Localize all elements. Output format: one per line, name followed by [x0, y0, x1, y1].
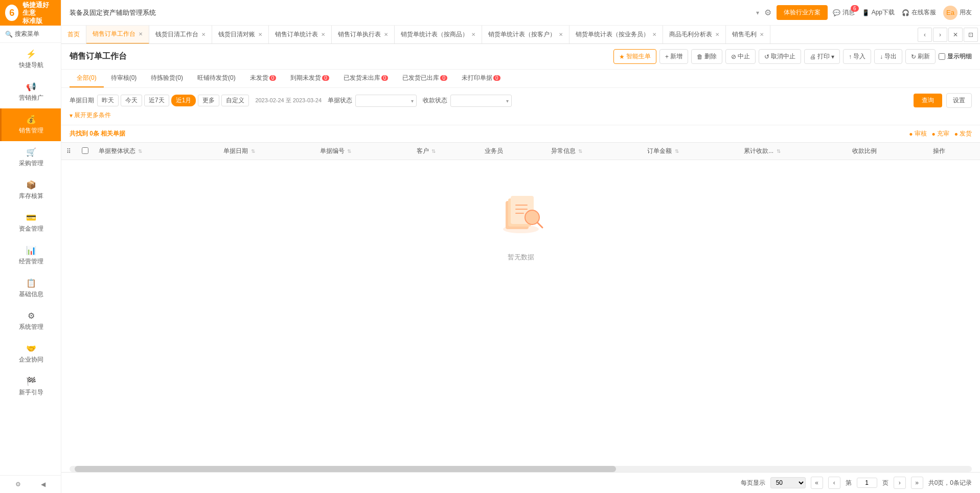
- sidebar-item-marketing[interactable]: 📢 营销推广: [0, 76, 61, 108]
- stop-button[interactable]: ⊘ 中止: [725, 49, 756, 64]
- table-scroll[interactable]: ⠿ 单据整体状态 ⇅ 单据日期 ⇅: [61, 142, 980, 466]
- filter-tab-overdue-not-shipped[interactable]: 到期未发货0: [283, 70, 336, 87]
- tab-sales-profit[interactable]: 销售毛利 ✕: [726, 26, 770, 44]
- chevron-down-icon[interactable]: ▾: [756, 9, 759, 16]
- tab-sales-sum-staff[interactable]: 销货单统计表（按业务员） ✕: [569, 26, 663, 44]
- tab-close-icon[interactable]: ✕: [471, 32, 475, 37]
- th-date[interactable]: 单据日期 ⇅: [218, 143, 315, 160]
- date-btn-today[interactable]: 今天: [121, 95, 142, 106]
- th-check[interactable]: [77, 143, 94, 160]
- tab-cash-reconcile[interactable]: 钱货日清对账 ✕: [212, 26, 269, 44]
- filter-tab-wangpu[interactable]: 旺铺待发货(0): [190, 70, 243, 87]
- sidebar-item-inventory[interactable]: 📦 库存核算: [0, 174, 61, 207]
- last-page-button[interactable]: »: [911, 477, 923, 489]
- message-item[interactable]: 💬 消息 6: [833, 8, 855, 17]
- tab-sales-order[interactable]: 销售订单工作台 ✕: [86, 26, 149, 44]
- expand-filter-button[interactable]: ▾ 展开更多条件: [70, 111, 111, 120]
- filter-tab-not-printed[interactable]: 未打印单据0: [454, 70, 508, 87]
- tab-close-icon[interactable]: ✕: [715, 32, 719, 37]
- sidebar-item-operation[interactable]: 📊 经营管理: [0, 239, 61, 272]
- filter-tab-pending-review[interactable]: 待审核(0): [104, 70, 144, 87]
- tab-expand-button[interactable]: ⊡: [964, 28, 978, 42]
- th-customer[interactable]: 客户 ⇅: [412, 143, 480, 160]
- sidebar-item-quicknav[interactable]: ⚡ 快捷导航: [0, 43, 61, 76]
- tab-margin-analysis[interactable]: 商品毛利分析表 ✕: [663, 26, 726, 44]
- tab-close-icon[interactable]: ✕: [258, 32, 262, 37]
- tab-sales-stat[interactable]: 销售订单统计表 ✕: [269, 26, 332, 44]
- review-action-button[interactable]: ● 审核: [909, 129, 926, 138]
- tab-cash-clear[interactable]: 钱货日清工作台 ✕: [149, 26, 212, 44]
- date-btn-more[interactable]: 更多: [198, 95, 219, 106]
- prev-page-button[interactable]: ‹: [828, 477, 840, 489]
- print-button[interactable]: 🖨 打印 ▾: [804, 49, 840, 64]
- tab-close-icon[interactable]: ✕: [559, 32, 563, 37]
- sidebar-item-system[interactable]: ⚙ 系统管理: [0, 305, 61, 338]
- settings-icon[interactable]: ⚙: [15, 481, 21, 488]
- add-button[interactable]: + 新增: [659, 49, 688, 64]
- show-detail-checkbox-label[interactable]: 显示明细: [939, 52, 972, 61]
- first-page-button[interactable]: «: [811, 477, 823, 489]
- tab-close-all-button[interactable]: ✕: [948, 28, 963, 42]
- tab-close-icon[interactable]: ✕: [384, 32, 388, 37]
- date-btn-yesterday[interactable]: 昨天: [97, 95, 119, 106]
- tab-close-icon[interactable]: ✕: [321, 32, 325, 37]
- settings-gear-icon[interactable]: ⚙: [764, 8, 771, 17]
- sidebar-item-finance[interactable]: 💳 资金管理: [0, 207, 61, 239]
- trial-button[interactable]: 体验行业方案: [777, 5, 828, 20]
- sidebar-item-purchase[interactable]: 🛒 采购管理: [0, 141, 61, 174]
- next-page-button[interactable]: ›: [894, 477, 906, 489]
- ship-action-button[interactable]: ● 发货: [954, 129, 972, 138]
- tab-sales-sum-cust[interactable]: 销货单统计表（按客户） ✕: [482, 26, 569, 44]
- horizontal-scrollbar[interactable]: [70, 466, 972, 472]
- tab-close-icon[interactable]: ✕: [652, 32, 656, 37]
- show-detail-checkbox[interactable]: [939, 53, 945, 60]
- payment-select[interactable]: [450, 95, 512, 107]
- filter-tab-all[interactable]: 全部(0): [70, 70, 104, 87]
- page-size-select[interactable]: 50 10 20 100: [770, 477, 806, 488]
- tab-prev-button[interactable]: ‹: [918, 28, 932, 42]
- tab-sales-sum-prod[interactable]: 销货单统计表（按商品） ✕: [395, 26, 482, 44]
- date-btn-1month[interactable]: 近1月: [171, 95, 196, 106]
- export-button[interactable]: ↓ 导出: [874, 49, 902, 64]
- import-button[interactable]: ↑ 导入: [843, 49, 871, 64]
- delete-button[interactable]: 🗑 删除: [691, 49, 722, 64]
- collapse-icon[interactable]: ◀: [41, 481, 45, 488]
- scroll-thumb[interactable]: [75, 466, 616, 472]
- tab-close-icon[interactable]: ✕: [760, 32, 764, 37]
- th-status[interactable]: 单据整体状态 ⇅: [94, 143, 218, 160]
- th-staff[interactable]: 业务员: [480, 143, 546, 160]
- app-download-item[interactable]: 📱 App下载: [862, 8, 895, 17]
- tab-home[interactable]: 首页: [61, 26, 86, 44]
- tab-close-icon[interactable]: ✕: [201, 32, 206, 37]
- query-button[interactable]: 查询: [914, 94, 942, 107]
- th-amount[interactable]: 订单金额 ⇅: [642, 143, 739, 160]
- filter-tab-shipped-not-out[interactable]: 已发货未出库0: [336, 70, 396, 87]
- filter-tab-not-shipped[interactable]: 未发货0: [243, 70, 284, 87]
- th-abnormal[interactable]: 异常信息 ⇅: [546, 143, 643, 160]
- tab-close-icon[interactable]: ✕: [139, 31, 143, 37]
- circle-icon: ●: [954, 130, 958, 138]
- filter-tab-pending-inspect[interactable]: 待拣验货(0): [144, 70, 190, 87]
- filter-setting-button[interactable]: 设置: [946, 93, 972, 108]
- select-all-checkbox[interactable]: [82, 147, 88, 154]
- tab-sales-exec[interactable]: 销售订单执行表 ✕: [332, 26, 395, 44]
- page-number-input[interactable]: [857, 478, 877, 488]
- sidebar-item-sales[interactable]: 💰 销售管理: [0, 108, 61, 141]
- date-btn-7days[interactable]: 近7天: [144, 95, 169, 106]
- service-item[interactable]: 🎧 在线客服: [902, 8, 936, 17]
- refresh-button[interactable]: ↻ 刷新: [905, 49, 936, 64]
- date-btn-custom[interactable]: 自定义: [221, 95, 249, 106]
- status-select[interactable]: [355, 95, 417, 107]
- cancel-stop-button[interactable]: ↺ 取消中止: [759, 49, 801, 64]
- th-collected[interactable]: 累计收款... ⇅: [739, 143, 847, 160]
- tab-next-button[interactable]: ›: [933, 28, 947, 42]
- smart-create-button[interactable]: ★ 智能生单: [613, 49, 656, 64]
- sidebar-item-collab[interactable]: 🤝 企业协同: [0, 338, 61, 370]
- user-item[interactable]: Ea 用友: [943, 6, 972, 20]
- th-number[interactable]: 单据编号 ⇅: [315, 143, 412, 160]
- unreview-action-button[interactable]: ● 充审: [932, 129, 949, 138]
- sidebar-search[interactable]: 🔍 搜索菜单: [0, 26, 61, 43]
- filter-tab-shipped-out[interactable]: 已发货已出库0: [395, 70, 454, 87]
- sidebar-item-guide[interactable]: 🏁 新手引导: [0, 370, 61, 403]
- sidebar-item-basic[interactable]: 📋 基础信息: [0, 272, 61, 305]
